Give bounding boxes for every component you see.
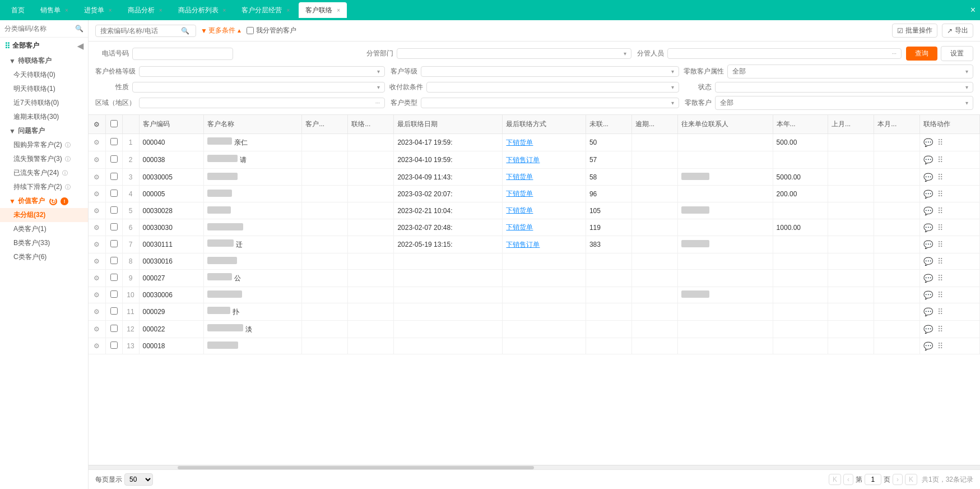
close-customer-contact-tab[interactable]: × <box>337 7 340 13</box>
row-checkbox[interactable] <box>110 190 118 197</box>
lastdate-column-header[interactable]: 最后联络日期 <box>394 115 503 134</box>
no-contact-column-header[interactable]: 未联... <box>586 115 631 134</box>
manager-select[interactable]: ··· <box>667 48 902 59</box>
row-settings-7[interactable]: ⚙ <box>89 253 105 270</box>
row-checkbox[interactable] <box>110 223 118 230</box>
sidebar-item-today[interactable]: 今天待联络(0) <box>0 68 88 82</box>
sidebar-item-week[interactable]: 近7天待联络(0) <box>0 96 88 110</box>
row-settings-2[interactable]: ⚙ <box>89 169 105 186</box>
row-checkbox-12[interactable] <box>105 338 122 354</box>
last-method-link[interactable]: 下销货单 <box>506 206 533 214</box>
row-grid-icon-7[interactable]: ⠿ <box>937 257 943 266</box>
scrollbar-thumb[interactable] <box>178 466 534 469</box>
sidebar-search-icon[interactable]: 🔍 <box>75 25 83 33</box>
row-checkbox[interactable] <box>110 240 118 247</box>
row-chat-icon-4[interactable]: 💬 <box>923 206 933 215</box>
last-method-link[interactable]: 下销售订单 <box>506 241 540 248</box>
row-checkbox[interactable] <box>110 342 118 349</box>
this-month-column-header[interactable]: 本月... <box>874 115 920 134</box>
region-select[interactable]: ··· <box>139 98 385 108</box>
row-lastmethod-2[interactable]: 下销货单 <box>503 169 586 186</box>
row-checkbox-5[interactable] <box>105 219 122 236</box>
sidebar-search-input[interactable] <box>4 25 73 33</box>
search-input[interactable] <box>100 27 179 35</box>
first-page-button[interactable]: K <box>829 474 841 485</box>
row-checkbox-8[interactable] <box>105 270 122 287</box>
row-chat-icon-9[interactable]: 💬 <box>923 290 933 299</box>
row-chat-icon-1[interactable]: 💬 <box>923 155 933 164</box>
cust-level-select[interactable]: ▾ <box>421 66 679 77</box>
row-checkbox[interactable] <box>110 325 118 332</box>
row-settings-icon[interactable]: ⚙ <box>94 257 100 265</box>
row-settings-4[interactable]: ⚙ <box>89 202 105 219</box>
my-customers-checkbox[interactable] <box>247 27 254 34</box>
row-settings-icon[interactable]: ⚙ <box>94 342 100 350</box>
page-size-select[interactable]: 50 100 200 <box>124 473 153 486</box>
retail-select[interactable]: 全部 ▾ <box>715 96 973 110</box>
row-checkbox[interactable] <box>110 138 118 145</box>
row-chat-icon-8[interactable]: 💬 <box>923 274 933 283</box>
row-grid-icon-2[interactable]: ⠿ <box>937 173 943 182</box>
row-grid-icon-11[interactable]: ⠿ <box>937 325 943 334</box>
row-checkbox-4[interactable] <box>105 202 122 219</box>
close-customer-segment-tab[interactable]: × <box>286 7 290 13</box>
row-settings-icon[interactable]: ⚙ <box>94 224 100 232</box>
row-settings-icon[interactable]: ⚙ <box>94 274 100 282</box>
lastmethod-column-header[interactable]: 最后联络方式 <box>503 115 586 134</box>
row-grid-icon-4[interactable]: ⠿ <box>937 206 943 215</box>
row-grid-icon-3[interactable]: ⠿ <box>937 190 943 199</box>
row-checkbox-6[interactable] <box>105 236 122 253</box>
row-lastmethod-4[interactable]: 下销货单 <box>503 202 586 219</box>
row-grid-icon-8[interactable]: ⠿ <box>937 274 943 283</box>
close-product-list-tab[interactable]: × <box>223 7 226 13</box>
cust-type-select[interactable]: ▾ <box>421 98 679 108</box>
sidebar-item-unclassified[interactable]: 未分组(32) <box>0 208 88 222</box>
code-column-header[interactable]: 客户编码 <box>139 115 204 134</box>
export-button[interactable]: ↗ 导出 <box>942 24 973 38</box>
reset-button[interactable]: 设置 <box>941 46 973 61</box>
row-settings-3[interactable]: ⚙ <box>89 186 105 202</box>
window-close-button[interactable]: × <box>970 5 976 15</box>
row-settings-12[interactable]: ⚙ <box>89 338 105 354</box>
row-settings-icon[interactable]: ⚙ <box>94 173 100 181</box>
dept-select[interactable]: ▾ <box>397 48 631 59</box>
row-settings-10[interactable]: ⚙ <box>89 303 105 321</box>
search-icon[interactable]: 🔍 <box>181 27 189 35</box>
row-settings-icon[interactable]: ⚙ <box>94 190 100 198</box>
all-customers-collapse[interactable]: ◀ <box>77 41 83 50</box>
row-grid-icon-5[interactable]: ⠿ <box>937 223 943 232</box>
row-checkbox[interactable] <box>110 307 118 315</box>
payment-select[interactable]: ▾ <box>426 82 679 93</box>
last-method-link[interactable]: 下销货单 <box>506 190 533 197</box>
row-chat-icon-10[interactable]: 💬 <box>923 307 933 316</box>
all-customers-header[interactable]: ⠿ 全部客户 ◀ <box>0 38 88 54</box>
sidebar-item-group-b[interactable]: B类客户(33) <box>0 236 88 250</box>
row-lastmethod-6[interactable]: 下销售订单 <box>503 236 586 253</box>
row-settings-icon[interactable]: ⚙ <box>94 207 100 215</box>
row-settings-icon[interactable]: ⚙ <box>94 308 100 316</box>
retail-attr-select[interactable]: 全部 ▾ <box>727 64 973 79</box>
row-settings-icon[interactable]: ⚙ <box>94 325 100 333</box>
tab-sales[interactable]: 销售单 × <box>34 2 75 18</box>
problem-customers-category[interactable]: ▼ 问题客户 <box>0 124 88 138</box>
nature-select[interactable]: ▾ <box>132 82 385 93</box>
row-settings-icon[interactable]: ⚙ <box>94 139 100 146</box>
row-lastmethod-5[interactable]: 下销货单 <box>503 219 586 236</box>
row-grid-icon-12[interactable]: ⠿ <box>937 342 943 350</box>
row-grid-icon-1[interactable]: ⠿ <box>937 155 943 164</box>
value-refresh-icon[interactable]: ↻ <box>49 197 57 205</box>
row-checkbox-1[interactable] <box>105 151 122 169</box>
row-checkbox[interactable] <box>110 257 118 264</box>
page-input[interactable] <box>865 474 881 485</box>
row-settings-icon[interactable]: ⚙ <box>94 241 100 248</box>
row-chat-icon-6[interactable]: 💬 <box>923 240 933 249</box>
last-method-link[interactable]: 下销货单 <box>506 139 533 146</box>
row-checkbox-7[interactable] <box>105 253 122 270</box>
row-checkbox-9[interactable] <box>105 287 122 303</box>
row-chat-icon-7[interactable]: 💬 <box>923 257 933 266</box>
search-button[interactable]: 查询 <box>906 47 937 61</box>
sidebar-item-lost[interactable]: 已流失客户(24) ⓘ <box>0 166 88 180</box>
row-settings-icon[interactable]: ⚙ <box>94 291 100 299</box>
row-chat-icon-2[interactable]: 💬 <box>923 173 933 182</box>
type-column-header[interactable]: 客户... <box>302 115 348 134</box>
